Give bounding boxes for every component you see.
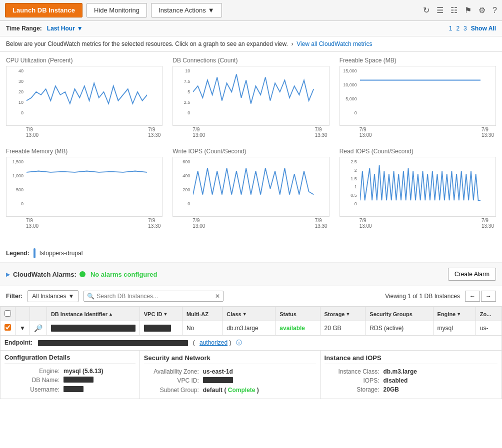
search-input[interactable] (96, 293, 213, 300)
charts-row-1: CPU Utilization (Percent) 40 30 20 10 0 … (6, 57, 496, 138)
hide-monitoring-button[interactable]: Hide Monitoring (86, 3, 147, 17)
chevron-down-icon: ▼ (208, 6, 214, 14)
pagination-nav: ← → (465, 291, 496, 302)
charts-row-2: Freeable Memory (MB) 1,500 1,000 500 0 7… (6, 148, 496, 229)
legend-instance-name: fstoppers-drupal (40, 250, 83, 257)
class-header[interactable]: Class ▼ (222, 307, 276, 321)
sort-icon: ▼ (456, 312, 461, 317)
launch-db-instance-button[interactable]: Launch DB Instance (5, 3, 82, 17)
page-3-link[interactable]: 3 (464, 25, 467, 32)
next-page-button[interactable]: → (481, 291, 496, 302)
subnet-status: Complete (228, 387, 256, 394)
class-cell: db.m3.large (222, 321, 276, 336)
charts-section: CPU Utilization (Percent) 40 30 20 10 0 … (0, 52, 502, 244)
freeable-memory-chart[interactable]: Freeable Memory (MB) 1,500 1,000 500 0 7… (6, 148, 162, 229)
instance-actions-button[interactable]: Instance Actions ▼ (151, 3, 222, 17)
engine-cell: mysql (433, 321, 476, 336)
triangle-icon: ▶ (6, 272, 10, 277)
sort-icon: ▼ (242, 312, 247, 317)
alarms-title: ▶ CloudWatch Alarms: No alarms configure… (6, 271, 158, 278)
username-redacted (64, 386, 84, 392)
vpc-detail: VPC ID: (144, 377, 316, 385)
security-title: Security and Network (144, 354, 316, 364)
sort-icon: ▼ (346, 312, 350, 317)
page-links: 1 2 3 Show All (449, 25, 496, 32)
endpoint-redacted (38, 340, 188, 346)
time-range-bar: Time Range: Last Hour ▼ 1 2 3 Show All (0, 21, 502, 36)
zone-header[interactable]: Zo... (476, 307, 502, 321)
endpoint-cell: Endpoint: ( authorized ) ⓘ (0, 336, 502, 351)
help-icon[interactable]: ? (492, 6, 497, 15)
grid-icon[interactable]: ☷ (450, 5, 458, 15)
security-network-cell: Security and Network Availability Zone: … (140, 351, 320, 399)
vpc-id-cell (140, 321, 182, 336)
search-icon: 🔍 (87, 293, 94, 300)
iops-detail: IOPS: disabled (324, 377, 498, 384)
vpc-redacted (203, 377, 233, 383)
multi-az-header[interactable]: Multi-AZ (182, 307, 222, 321)
info-icon[interactable]: ⓘ (236, 339, 242, 346)
select-all-checkbox-cell (0, 307, 16, 321)
bookmark-icon[interactable]: ⚑ (464, 5, 472, 15)
alarms-status: No alarms configured (90, 271, 158, 278)
row-checkbox-cell (0, 321, 16, 336)
storage-cell: 20 GB (320, 321, 366, 336)
filter-label: Filter: (6, 293, 22, 300)
page-2-link[interactable]: 2 (456, 25, 460, 32)
freeable-space-chart[interactable]: Freeable Space (MB) 15,000 10,000 5,000 … (340, 57, 496, 138)
username-detail: Username: (4, 386, 136, 394)
toolbar-right: ↻ ☰ ☷ ⚑ ⚙ ? (423, 5, 497, 15)
endpoint-row: Endpoint: ( authorized ) ⓘ (0, 336, 502, 351)
read-iops-chart[interactable]: Read IOPS (Count/Second) 2.5 2 1.5 1 0.5… (340, 148, 496, 229)
table-header-row: DB Instance Identifier ▲ VPC ID ▼ Multi-… (0, 307, 502, 321)
status-header[interactable]: Status (276, 307, 320, 321)
security-groups-header[interactable]: Security Groups (366, 307, 433, 321)
expand-col-header (16, 307, 30, 321)
db-instance-identifier-header[interactable]: DB Instance Identifier ▲ (46, 307, 140, 321)
prev-page-button[interactable]: ← (465, 291, 480, 302)
db-connections-chart[interactable]: DB Connections (Count) 10 7.5 5 2.5 0 7/… (172, 57, 329, 138)
show-all-link[interactable]: Show All (471, 25, 496, 32)
legend-label: Legend: (6, 250, 30, 257)
authorized-link[interactable]: authorized (200, 339, 228, 346)
search-box: 🔍 ✕ (84, 291, 224, 302)
vpc-id-redacted (144, 325, 172, 332)
instance-iops-cell: Instance and IOPS Instance Class: db.m3.… (320, 351, 502, 399)
page-1-link[interactable]: 1 (449, 25, 452, 32)
db-instance-identifier-cell (46, 321, 140, 336)
time-range-value[interactable]: Last Hour ▼ (47, 25, 83, 32)
refresh-icon[interactable]: ↻ (423, 5, 430, 15)
row-expand-cell[interactable]: ▼ (16, 321, 30, 336)
config-title: Configuration Details (4, 354, 136, 364)
endpoint-label: Endpoint: (4, 339, 32, 346)
select-all-checkbox[interactable] (4, 310, 11, 317)
view-cloudwatch-link[interactable]: View all CloudWatch metrics (296, 40, 372, 47)
legend-bar: Legend: fstoppers-drupal (0, 244, 502, 263)
write-iops-chart[interactable]: Write IOPS (Count/Second) 600 400 200 0 … (172, 148, 329, 229)
chevron-down-icon: ▼ (77, 25, 83, 32)
vpc-id-header[interactable]: VPC ID ▼ (140, 307, 182, 321)
clear-search-icon[interactable]: ✕ (215, 293, 220, 300)
cpu-utilization-chart[interactable]: CPU Utilization (Percent) 40 30 20 10 0 … (6, 57, 162, 138)
info-bar: Below are your CloudWatch metrics for th… (0, 36, 502, 52)
icon-col-header (30, 307, 46, 321)
storage-header[interactable]: Storage ▼ (320, 307, 366, 321)
engine-header[interactable]: Engine ▼ (433, 307, 476, 321)
instance-iops-title: Instance and IOPS (324, 354, 498, 364)
gear-icon[interactable]: ⚙ (478, 5, 486, 15)
subnet-detail: Subnet Group: default ( Complete ) (144, 387, 316, 394)
db-name-redacted (64, 377, 94, 383)
zone-cell: us- (476, 321, 502, 336)
row-icon-cell: 🔎 (30, 321, 46, 336)
viewing-text: Viewing 1 of 1 DB Instances (385, 293, 460, 300)
all-instances-dropdown[interactable]: All Instances ▼ (28, 290, 78, 302)
create-alarm-button[interactable]: Create Alarm (448, 268, 496, 281)
storage-detail: Storage: 20GB (324, 386, 498, 393)
instances-table: DB Instance Identifier ▲ VPC ID ▼ Multi-… (0, 307, 502, 399)
toolbar: Launch DB Instance Hide Monitoring Insta… (0, 0, 502, 21)
row-checkbox[interactable] (4, 324, 11, 331)
table-row: ▼ 🔎 No db.m3.large available 20 GB RDS (… (0, 321, 502, 336)
chevron-down-icon: ▼ (20, 325, 26, 332)
menu-icon[interactable]: ☰ (436, 5, 444, 15)
chevron-down-icon: ▼ (68, 293, 74, 300)
